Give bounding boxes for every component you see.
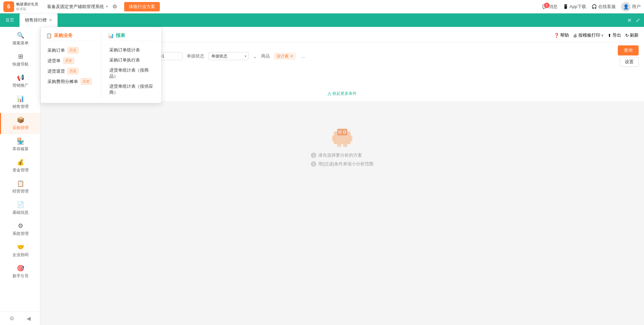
sidebar-item-funds-label: 资金管理 [12,167,29,173]
operations-icon: 📋 [17,180,24,187]
doc-status-label: 单据状态 [187,53,204,59]
user-action[interactable]: 👤 用户 [621,2,641,11]
sidebar-item-guide-label: 新手引导 [12,273,29,279]
sidebar-item-purchase[interactable]: 📦 采购管理 [0,113,40,134]
dropdown-col-reports: 📊 报表 采购订单统计表 采购订单执行表 进货单统计表（按商品） 进货单统计表（… [108,33,156,97]
tab-sales-ranking[interactable]: 销售排行榜 ✕ [20,13,58,27]
refresh-action[interactable]: ↻ 刷新 [625,32,639,38]
tab-bar: 首页 销售排行榜 ✕ ✕ ⤢ [0,13,644,27]
tab-home[interactable]: 首页 [0,13,20,27]
dropdown-item-purchase-expense[interactable]: 采购费用分摊单 历史 [46,76,94,87]
system-settings-icon[interactable]: ⚙ [110,2,119,11]
top-header: 6 畅捷通好生意 标准版 装备及固定资产辅助管理系统 ▾ ⚙ 体验行业方案 💬 … [0,0,644,13]
tab-close-all-icon[interactable]: ✕ [627,17,632,24]
tab-close-icon[interactable]: ✕ [49,18,52,23]
sidebar: 🔍 搜索菜单 ⊞ 快捷导航 📢 营销推广 📊 销售管理 📦 采购管理 🏪 库存核… [0,27,40,325]
user-label: 用户 [632,4,641,10]
sidebar-item-system-label: 系统管理 [12,231,29,237]
logo-area: 6 畅捷通好生意 标准版 [3,1,44,12]
sidebar-item-basic-info[interactable]: 📄 基础信息 [0,198,40,219]
sidebar-collapse-icon[interactable]: ◀ [27,315,31,322]
dropdown-col-reports-title: 📊 报表 [108,33,156,41]
avatar: 👤 [621,2,631,11]
system-icon: ⚙ [18,222,23,230]
empty-hint2-text: 用[过滤]条件来缩小分析范围 [318,161,373,167]
message-action[interactable]: 💬 5 消息 [542,4,558,10]
sidebar-item-sales[interactable]: 📊 销售管理 [0,92,40,113]
goods-tag: 设计素 ✕ [274,53,296,60]
settings-button[interactable]: 设置 [620,57,639,67]
sidebar-item-guide[interactable]: 🎯 新手引导 [0,261,40,282]
dropdown-item-purchase-order-stats[interactable]: 采购订单统计表 [108,45,156,55]
export-label: 导出 [612,32,621,38]
svg-rect-9 [343,144,347,147]
empty-state: 1 请先选择要分析的方案 2 用[过滤]条件来缩小分析范围 [40,101,644,187]
system-title-text: 装备及固定资产辅助管理系统 [47,4,104,10]
dropdown-item-incoming-stats-goods[interactable]: 进货单统计表（按商品） [108,65,156,81]
sidebar-item-quick-nav[interactable]: ⊞ 快捷导航 [0,49,40,71]
incoming-return-history[interactable]: 历史 [68,68,78,74]
refresh-icon: ↻ [625,33,629,38]
phone-icon: 📱 [563,4,568,9]
sidebar-item-inventory[interactable]: 🏪 库存核算 [0,134,40,155]
system-title-area: 装备及固定资产辅助管理系统 ▾ ⚙ 体验行业方案 [44,2,542,11]
dropdown-menu: 📋 采购业务 采购订单 历史 进货单 历史 进货退货 历史 采购费用分摊单 历史… [40,27,162,103]
online-service-action[interactable]: 🎧 在线客服 [592,4,616,10]
tab-sales-ranking-label: 销售排行榜 [25,17,47,23]
dropdown-item-purchase-order[interactable]: 采购订单 历史 [46,45,94,55]
dropdown-item-incoming-stats-supplier[interactable]: 进货单统计表（按供应商） [108,81,156,97]
purchase-business-icon: 📋 [46,33,52,38]
dropdown-item-incoming-return[interactable]: 进货退货 历史 [46,66,94,76]
purchase-order-label: 采购订单 [47,47,65,53]
sales-icon: 📊 [17,95,24,103]
empty-svg [325,121,359,148]
sidebar-bottom-settings-icon[interactable]: ⚙ [9,315,14,322]
incoming-stats-supplier-label: 进货单统计表（按供应商） [109,83,155,95]
print-icon: 🖨 [573,33,577,38]
purchase-order-history[interactable]: 历史 [68,47,78,53]
purchase-expense-history[interactable]: 历史 [81,78,92,85]
purchase-business-label: 采购业务 [54,33,73,39]
print-label: 按模板打印 [578,32,600,38]
sidebar-item-system[interactable]: ⚙ 系统管理 [0,219,40,240]
help-icon: ❓ [554,33,559,38]
incoming-return-label: 进货退货 [47,68,65,74]
doc-status-select[interactable]: 单据状态 [208,52,249,60]
svg-rect-7 [350,135,352,141]
sidebar-item-enterprise[interactable]: 🤝 企业协同 [0,240,40,261]
reports-label: 报表 [116,33,125,39]
tab-expand-icon[interactable]: ⤢ [636,17,640,24]
trial-button[interactable]: 体验行业方案 [124,2,160,11]
reports-icon: 📊 [108,33,114,38]
empty-icon [325,121,359,148]
dropdown-item-incoming[interactable]: 进货单 历史 [46,55,94,66]
logo-icon: 6 [3,1,14,12]
help-label: 帮助 [560,32,569,38]
export-action[interactable]: ⬆ 导出 [608,32,621,38]
sidebar-item-operations[interactable]: 📋 经营管理 [0,176,40,198]
print-action[interactable]: 🖨 按模板打印 ▾ [573,32,604,38]
doc-status-expand-icon[interactable]: ⌄ [253,53,257,59]
guide-icon: 🎯 [17,265,24,272]
sidebar-item-marketing[interactable]: 📢 营销推广 [0,71,40,92]
dropdown-item-purchase-order-exec[interactable]: 采购订单执行表 [108,55,156,65]
system-title-dropdown[interactable]: ▾ [106,4,108,9]
incoming-history[interactable]: 历史 [63,57,74,64]
sidebar-item-funds[interactable]: 💰 资金管理 [0,155,40,176]
query-button[interactable]: 查询 [618,45,639,55]
incoming-label: 进货单 [47,58,61,64]
purchase-order-stats-label: 采购订单统计表 [109,47,140,53]
purchase-order-exec-label: 采购订单执行表 [109,57,140,63]
purchase-expense-label: 采购费用分摊单 [47,79,78,85]
goods-dots-btn[interactable]: ... [300,53,307,59]
sidebar-item-sales-label: 销售管理 [12,104,29,110]
goods-tag-close[interactable]: ✕ [290,54,293,58]
sidebar-item-enterprise-label: 企业协同 [12,252,29,258]
help-action[interactable]: ❓ 帮助 [554,32,569,38]
empty-hint-1: 1 请先选择要分析的方案 [311,152,373,158]
sidebar-item-inventory-label: 库存核算 [12,146,29,152]
tab-bar-right: ✕ ⤢ [627,17,644,24]
app-download-action[interactable]: 📱 App下载 [563,4,586,10]
online-service-label: 在线客服 [598,4,616,10]
sidebar-item-search[interactable]: 🔍 搜索菜单 [0,28,40,49]
